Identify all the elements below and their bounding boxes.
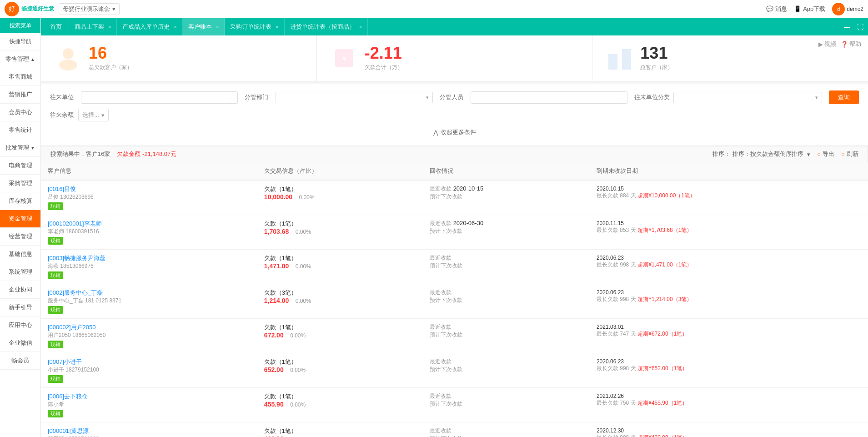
tab-customer-account[interactable]: 客户账本 × [183, 18, 225, 35]
customer-name-link[interactable]: [0002]服务中心_丁磊 [48, 289, 251, 297]
app-download-button[interactable]: 📱 App下载 [794, 5, 825, 13]
customer-name-link[interactable]: [0007]小进干 [48, 358, 251, 366]
sidebar-item-app-center[interactable]: 应用中心 [0, 316, 40, 334]
tab-purchase-stats[interactable]: 进货单统计表（按商品） × [285, 18, 368, 35]
customer-name-link[interactable]: [0001020001]李老师 [48, 220, 251, 228]
sidebar-item-capital[interactable]: 资金管理 [0, 210, 40, 228]
tab-customer-account-close[interactable]: × [216, 24, 219, 30]
due-date: 2020.12.30 [597, 427, 624, 434]
tab-purchase-order[interactable]: 采购订单统计表 × [225, 18, 284, 35]
person-input[interactable]: ··· [471, 91, 627, 104]
sidebar-item-enterprise-collab[interactable]: 企业协同 [0, 281, 40, 299]
minimize-icon[interactable]: — [842, 22, 853, 31]
tab-purchase-stats-label: 进货单统计表（按商品） [290, 23, 355, 31]
tab-purchase-order-close[interactable]: × [276, 24, 278, 30]
cell-debt-info: 欠款（1笔） 1,703.68 0.00% [257, 215, 423, 250]
tab-production[interactable]: 产成品入库单历史 × [117, 18, 182, 35]
overdue-link[interactable]: 超期¥652.00（1笔） [637, 365, 687, 372]
sidebar-item-basic-info[interactable]: 基础信息 [0, 246, 40, 263]
debt-ratio: 0.00% [290, 332, 306, 339]
customer-phone: 服务中心_丁磊 181 0125 8371 [48, 297, 121, 304]
message-button[interactable]: 💬 消息 [766, 5, 787, 13]
overdue-link[interactable]: 超期¥1,471.00（1笔） [637, 261, 692, 268]
search-menu-label[interactable]: 搜索菜单 [4, 22, 37, 30]
sidebar-item-inventory[interactable]: 库存核算 [0, 192, 40, 210]
sidebar-item-marketing[interactable]: 营销推广 [0, 86, 40, 104]
table-header: 客户信息 欠交易信息（占比） 回收情况 到期未收款日期 [41, 162, 868, 180]
tab-products-close[interactable]: × [108, 24, 111, 30]
sort-select[interactable]: 排序： 排序：按欠款金额倒序排序 ▾ [712, 150, 810, 158]
overdue-link[interactable]: 超期¥455.90（1笔） [637, 400, 687, 406]
source-unit-input[interactable]: ··· [81, 91, 238, 104]
cell-customer-info: [000001]黄思源 黄思源 13552700226 现销 [41, 422, 257, 437]
tab-home-label: 首页 [50, 23, 62, 31]
sidebar-marketing-label: 营销推广 [9, 91, 32, 98]
tab-production-close[interactable]: × [174, 24, 176, 30]
export-button[interactable]: ○ 导出 [817, 150, 834, 158]
overdue-link[interactable]: 超期¥10,000.00（1笔） [637, 192, 695, 199]
cell-due-date: 2020.11.15 最长欠款 853 天 超期¥1,703.68（1笔） [590, 215, 868, 250]
sidebar-item-retail-mall[interactable]: 零售商城 [0, 68, 40, 86]
refresh-button[interactable]: ○ 刷新 [841, 150, 858, 158]
video-action[interactable]: ▶ 视频 [818, 40, 836, 48]
sidebar-item-ecommerce[interactable]: 电商管理 [0, 157, 40, 175]
sidebar-item-member-center[interactable]: 会员中心 [0, 104, 40, 121]
tab-purchase-order-label: 采购订单统计表 [230, 23, 271, 31]
sidebar-item-retail-mgmt[interactable]: 零售管理 ▲ [0, 50, 40, 68]
user-area[interactable]: d demo2 [832, 3, 863, 15]
customer-name-link[interactable]: [0016]吕俊 [48, 185, 251, 193]
overdue-link[interactable]: 超期¥429.00（1笔） [637, 434, 687, 437]
debt-total-number: -2.11 [365, 45, 403, 61]
debt-count: 欠款（1笔） [264, 427, 297, 434]
industry-selector[interactable]: 母婴行业演示账套 ▾ [59, 3, 120, 15]
cell-recovery: 最近收款 预计下次收款 [423, 353, 590, 388]
overdue-link[interactable]: 超期¥1,214.00（3笔） [637, 296, 692, 302]
balance-select[interactable]: 选择... ▾ [78, 109, 109, 121]
department-select[interactable]: ▾ [276, 92, 432, 103]
col-customer-info: 客户信息 [41, 162, 257, 180]
cell-customer-info: [000002]用户2050 用户2050 18665062050 现销 [41, 319, 257, 353]
collapse-more[interactable]: ⋀ 收起更多条件 [50, 126, 859, 139]
customer-tag: 现销 [48, 237, 63, 245]
tab-bar-right: — ⛶ [842, 22, 866, 31]
customer-name-link[interactable]: [0003]畅捷服务尹海蕊 [48, 254, 251, 262]
sidebar-item-system[interactable]: 系统管理 [0, 263, 40, 281]
customer-name-link[interactable]: [0006]去下粮仓 [48, 392, 251, 401]
overdue-link[interactable]: 超期¥672.00（1笔） [637, 331, 687, 337]
content-area: 首页 商品上下架 × 产成品入库单历史 × 客户账本 × 采购订单统计表 × [41, 18, 868, 437]
sidebar-item-new-guide[interactable]: 新手引导 [0, 299, 40, 316]
customer-name-link[interactable]: [000001]黄思源 [48, 427, 251, 435]
balance-select-value: 选择... [82, 111, 99, 119]
svg-point-0 [63, 48, 74, 59]
customer-name-link[interactable]: [000002]用户2050 [48, 323, 251, 332]
sidebar-purchase-label: 采购管理 [9, 180, 32, 186]
export-label: 导出 [823, 150, 834, 158]
overdue-days: 最长欠款 998 天 [597, 296, 636, 302]
tab-products[interactable]: 商品上下架 × [69, 18, 117, 35]
sidebar-system-label: 系统管理 [9, 268, 32, 275]
filter-section: 往来单位 ··· 分管部门 ▾ [41, 84, 868, 146]
sidebar-item-vip[interactable]: 畅会员 [0, 352, 40, 370]
due-date: 2021.02.26 [597, 393, 624, 399]
sidebar-item-enterprise-wechat[interactable]: 企业微信 [0, 334, 40, 352]
tab-home[interactable]: 首页 [43, 18, 69, 35]
latest-payment-date: 2020-06-30 [453, 220, 484, 226]
help-action[interactable]: ❓ 帮助 [841, 40, 861, 48]
maximize-icon[interactable]: ⛶ [855, 22, 866, 31]
overdue-link[interactable]: 超期¥1,703.68（1笔） [637, 227, 692, 233]
sidebar-quick-nav[interactable]: 快捷导航 [0, 33, 40, 50]
query-button[interactable]: 查询 [829, 90, 859, 104]
sidebar-search[interactable]: 搜索菜单 [0, 18, 40, 33]
table-body: [0016]吕俊 吕俊 13026203696 现销 欠款（1笔） 10,000… [41, 180, 868, 437]
department-label: 分管部门 [245, 93, 272, 101]
cell-due-date: 2020.10.15 最长欠款 884 天 超期¥10,000.00（1笔） [590, 180, 868, 215]
overdue-days: 最长欠款 808 天 [597, 434, 636, 437]
sidebar-item-purchase[interactable]: 采购管理 [0, 175, 40, 192]
debt-ratio: 0.00% [296, 229, 311, 235]
tab-purchase-stats-close[interactable]: × [359, 24, 362, 30]
sidebar-item-batch-mgmt[interactable]: 批发管理 ▼ [0, 139, 40, 157]
unit-category-select[interactable]: ▾ [673, 92, 822, 103]
sidebar-item-operation[interactable]: 经营管理 [0, 228, 40, 246]
results-bar: 搜索结果中，客户16家 欠款金额 -21,148.07元 排序： 排序：按欠款金… [41, 146, 868, 162]
sidebar-item-retail-stats[interactable]: 零售统计 [0, 121, 40, 139]
